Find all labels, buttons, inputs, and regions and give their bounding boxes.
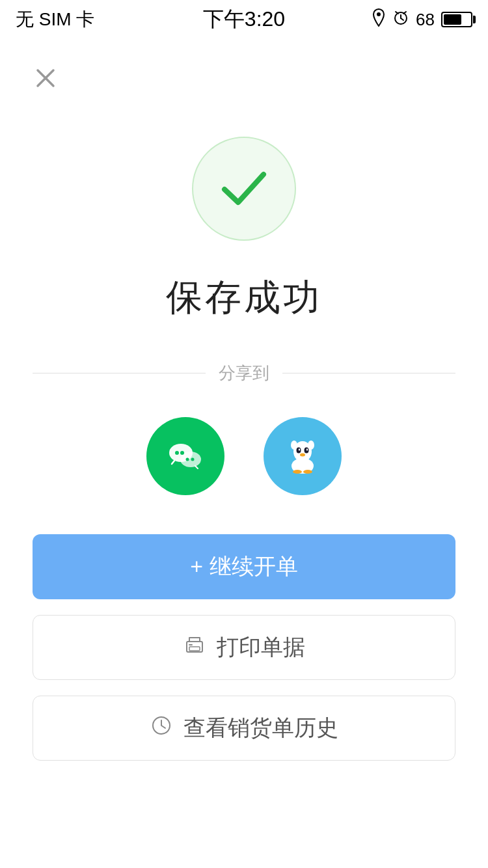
battery-icon xyxy=(441,12,472,27)
action-buttons: + 继续开单 打印单据 查看销货单历史 xyxy=(33,534,455,761)
svg-point-13 xyxy=(186,458,189,461)
wechat-share-button[interactable] xyxy=(146,417,224,495)
share-divider: 分享到 xyxy=(33,362,455,385)
success-title: 保存成功 xyxy=(166,273,322,323)
svg-point-22 xyxy=(293,470,302,474)
svg-point-25 xyxy=(308,441,314,450)
print-icon xyxy=(183,633,206,662)
svg-point-12 xyxy=(180,451,184,455)
svg-line-6 xyxy=(403,12,406,14)
battery-percent: 68 xyxy=(416,10,435,30)
checkmark-icon xyxy=(215,158,273,219)
success-circle xyxy=(192,137,296,241)
carrier-text: 无 SIM 卡 xyxy=(16,7,94,32)
main-content: 保存成功 分享到 xyxy=(0,98,488,868)
svg-point-23 xyxy=(303,470,312,474)
share-icons xyxy=(146,417,342,495)
svg-point-11 xyxy=(175,451,179,455)
qq-share-button[interactable] xyxy=(264,417,342,495)
divider-left xyxy=(33,373,206,373)
svg-rect-27 xyxy=(189,647,200,651)
continue-button[interactable]: + 继续开单 xyxy=(33,534,455,599)
status-right: 68 xyxy=(372,8,472,31)
divider-right xyxy=(282,373,455,373)
svg-line-4 xyxy=(401,18,403,20)
share-section: 分享到 xyxy=(33,362,455,495)
share-label: 分享到 xyxy=(219,362,269,385)
svg-point-24 xyxy=(291,441,297,450)
status-time: 下午3:20 xyxy=(203,5,285,34)
location-icon xyxy=(372,8,386,31)
alarm-icon xyxy=(392,8,409,31)
svg-point-17 xyxy=(297,448,301,454)
svg-point-20 xyxy=(306,448,308,451)
print-button[interactable]: 打印单据 xyxy=(33,615,455,680)
svg-point-19 xyxy=(299,448,300,451)
svg-line-5 xyxy=(396,12,398,14)
print-label: 打印单据 xyxy=(217,632,305,662)
svg-point-1 xyxy=(377,12,381,16)
close-button[interactable] xyxy=(26,59,65,98)
history-label: 查看销货单历史 xyxy=(183,713,338,743)
history-icon xyxy=(150,714,173,742)
svg-point-18 xyxy=(305,448,309,454)
status-bar: 无 SIM 卡 下午3:20 xyxy=(0,0,488,39)
svg-point-21 xyxy=(300,454,305,457)
status-left: 无 SIM 卡 xyxy=(16,7,101,32)
svg-point-14 xyxy=(191,458,195,461)
history-button[interactable]: 查看销货单历史 xyxy=(33,696,455,761)
